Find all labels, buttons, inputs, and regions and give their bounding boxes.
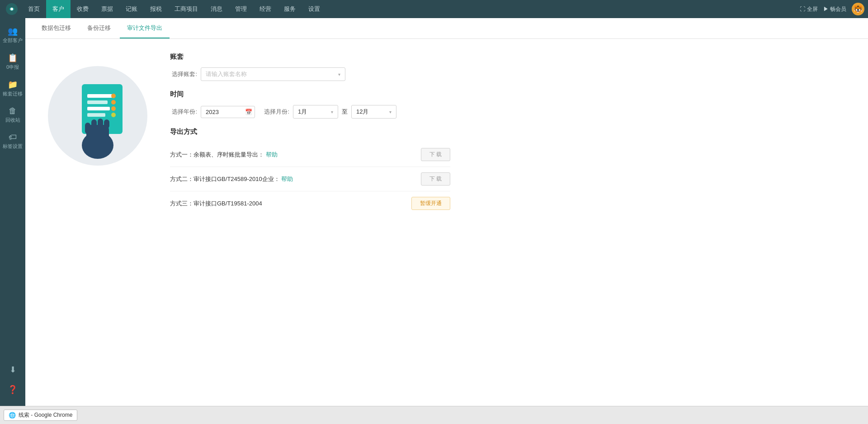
all-customers-icon: 👥	[8, 26, 18, 36]
main-layout: 👥 全部客户 📋 0申报 📁 账套迁移 🗑 回收站 🏷 标签设置 ⬇ ❓ 数据包…	[0, 18, 868, 406]
fullscreen-btn[interactable]: ⛶ 全屏	[800, 5, 817, 13]
sidebar-download-icon[interactable]: ⬇	[4, 361, 22, 379]
sidebar-item-zero-declare[interactable]: 📋 0申报	[0, 48, 25, 75]
year-input-wrapper: 📅	[201, 106, 255, 118]
year-label: 选择年份:	[170, 108, 197, 116]
chevron-down-icon: ▾	[389, 110, 392, 114]
svg-rect-15	[98, 119, 103, 128]
user-avatar[interactable]: 🐯	[852, 3, 864, 15]
sidebar-item-label: 账套迁移	[3, 91, 23, 97]
calendar-icon: 📅	[245, 109, 252, 115]
nav-business[interactable]: 工商项目	[168, 0, 204, 18]
method3-text: 方式三：审计接口GB/T19581-2004	[170, 200, 262, 208]
nav-settings[interactable]: 设置	[302, 0, 326, 18]
vip-btn[interactable]: ▶ 畅会员	[823, 5, 846, 13]
method1-help-link[interactable]: 帮助	[266, 151, 278, 158]
export-method-3: 方式三：审计接口GB/T19581-2004 暂缓开通	[170, 191, 450, 215]
svg-rect-5	[87, 107, 110, 110]
taskbar-item-label: 线索 - Google Chrome	[19, 411, 72, 419]
nav-manage[interactable]: 管理	[229, 0, 253, 18]
account-row: 选择账套: 请输入账套名称 ▾	[170, 67, 450, 81]
sidebar: 👥 全部客户 📋 0申报 📁 账套迁移 🗑 回收站 🏷 标签设置 ⬇ ❓	[0, 18, 25, 406]
svg-rect-3	[87, 94, 112, 98]
svg-rect-13	[85, 123, 90, 134]
sidebar-item-account-migration[interactable]: 📁 账套迁移	[0, 75, 25, 102]
sidebar-item-label: 回收站	[5, 117, 20, 124]
tag-settings-icon: 🏷	[9, 133, 17, 142]
account-placeholder: 请输入账套名称	[206, 70, 247, 78]
sidebar-help-icon[interactable]: ❓	[4, 381, 22, 399]
nav-invoice[interactable]: 票据	[95, 0, 119, 18]
taskbar-chrome-item[interactable]: 🌐 线索 - Google Chrome	[4, 410, 77, 421]
top-nav-right: ⛶ 全屏 ▶ 畅会员 🐯	[800, 3, 864, 15]
month-end-value: 12月	[356, 108, 368, 116]
nav-bookkeeping[interactable]: 记账	[119, 0, 144, 18]
sidebar-item-label: 0申报	[6, 64, 19, 71]
sidebar-item-tag-settings[interactable]: 🏷 标签设置	[0, 128, 25, 154]
account-label: 选择账套:	[170, 70, 197, 78]
svg-point-7	[111, 94, 116, 98]
svg-point-1	[10, 8, 13, 10]
illustration-circle	[48, 66, 147, 166]
illustration	[43, 52, 152, 179]
method3-pending-btn[interactable]: 暂缓开通	[411, 197, 450, 210]
nav-tax[interactable]: 报税	[144, 0, 168, 18]
export-section-title: 导出方式	[170, 128, 450, 136]
tab-data-migration[interactable]: 数据包迁移	[34, 19, 78, 38]
nav-operation[interactable]: 经营	[253, 0, 278, 18]
page-content: 账套 选择账套: 请输入账套名称 ▾ 时间 选择年份:	[25, 39, 868, 406]
chevron-down-icon: ▾	[331, 110, 333, 114]
form-container: 账套 选择账套: 请输入账套名称 ▾ 时间 选择年份:	[43, 52, 850, 215]
form-section: 账套 选择账套: 请输入账套名称 ▾ 时间 选择年份:	[170, 52, 450, 215]
month-start-select[interactable]: 1月 ▾	[293, 105, 338, 119]
month-end-select[interactable]: 12月 ▾	[351, 105, 396, 119]
export-method-2: 方式二：审计接口GB/T24589-2010企业： 帮助 下 载	[170, 167, 450, 191]
sidebar-item-all-customers[interactable]: 👥 全部客户	[0, 22, 25, 48]
tab-bar: 数据包迁移 备份迁移 审计文件导出	[25, 18, 868, 39]
chevron-down-icon: ▾	[338, 72, 340, 77]
svg-point-8	[111, 100, 116, 105]
time-row: 选择年份: 📅 选择月份: 1月 ▾ 至 12月	[170, 105, 450, 119]
method1-text: 方式一：余额表、序时账批量导出： 帮助	[170, 151, 278, 159]
sidebar-bottom: ⬇ ❓	[4, 361, 22, 406]
month-start-value: 1月	[298, 108, 307, 116]
month-separator: 至	[342, 108, 348, 116]
svg-rect-16	[104, 119, 109, 129]
zero-declare-icon: 📋	[8, 53, 18, 63]
month-label: 选择月份:	[262, 108, 289, 116]
sidebar-item-label: 全部客户	[3, 37, 23, 44]
nav-home[interactable]: 首页	[22, 0, 46, 18]
chrome-icon: 🌐	[9, 412, 16, 419]
svg-point-9	[111, 106, 116, 111]
time-section-title: 时间	[170, 90, 450, 99]
method2-download-btn[interactable]: 下 载	[421, 172, 450, 186]
account-section-title: 账套	[170, 52, 450, 61]
content-area: 数据包迁移 备份迁移 审计文件导出	[25, 18, 868, 406]
nav-service[interactable]: 服务	[278, 0, 302, 18]
account-migration-icon: 📁	[8, 80, 18, 90]
nav-customer[interactable]: 客户	[46, 0, 71, 18]
account-select[interactable]: 请输入账套名称 ▾	[201, 67, 345, 81]
sidebar-item-recycle[interactable]: 🗑 回收站	[0, 102, 25, 128]
nav-fee[interactable]: 收费	[71, 0, 95, 18]
method2-help-link[interactable]: 帮助	[281, 176, 293, 182]
nav-items: 首页 客户 收费 票据 记账 报税 工商项目 消息 管理 经营 服务 设置	[22, 0, 800, 18]
recycle-icon: 🗑	[9, 106, 17, 116]
top-navigation: 首页 客户 收费 票据 记账 报税 工商项目 消息 管理 经营 服务 设置 ⛶ …	[0, 0, 868, 18]
svg-rect-6	[87, 113, 105, 117]
tab-audit-export[interactable]: 审计文件导出	[120, 19, 170, 38]
taskbar: 🌐 线索 - Google Chrome	[0, 406, 868, 424]
method1-download-btn[interactable]: 下 载	[421, 148, 450, 161]
svg-rect-4	[87, 100, 108, 104]
sidebar-item-label: 标签设置	[3, 143, 23, 150]
tab-backup-migration[interactable]: 备份迁移	[80, 19, 118, 38]
nav-message[interactable]: 消息	[204, 0, 229, 18]
method2-text: 方式二：审计接口GB/T24589-2010企业： 帮助	[170, 175, 293, 183]
svg-rect-14	[91, 119, 97, 129]
logo	[4, 1, 20, 17]
svg-point-10	[111, 113, 116, 117]
export-method-1: 方式一：余额表、序时账批量导出： 帮助 下 载	[170, 143, 450, 167]
